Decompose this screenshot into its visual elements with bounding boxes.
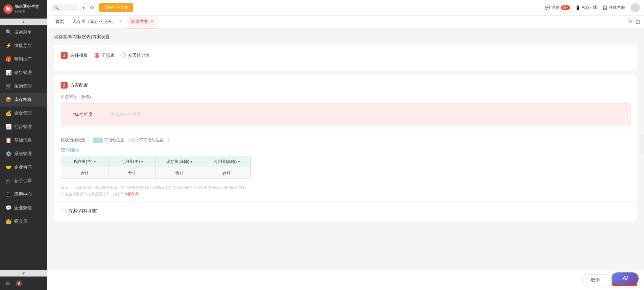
finance-icon: 💰 [5,110,11,116]
dimension-arrow: —— [97,112,106,117]
ai-button[interactable]: Ai [612,272,639,285]
dimension-area[interactable]: *纵向维度 —— 请选择分组维度 [61,103,630,126]
audio-footer-icon[interactable]: 🔇 [16,280,22,287]
window-controls: ✕ ⊡ [628,19,640,25]
sidebar-item-nav[interactable]: ⚡ 快捷导航 [0,39,47,52]
sidebar-item-finance[interactable]: 💰 资金管理 [0,106,47,120]
step1-title: 选择模板 [70,52,88,58]
stats-header-col-0[interactable]: 现存量(主) ▾ [61,156,108,167]
sidebar-item-search[interactable]: 🔍 搜索菜单 [0,25,47,39]
save-row: 方案保存(可选) [61,208,630,214]
radio-summary-circle [95,53,99,58]
marketing-icon: 🎁 [5,56,11,62]
radio-cross[interactable]: 交叉统计表 [121,52,150,58]
radio-summary[interactable]: 汇总表 [95,52,115,58]
sidebar-scroll-up[interactable]: ▲ [0,19,47,25]
sidebar-item-label: 企业协同 [14,164,32,170]
stats-data-col-1: 合计 [108,167,156,178]
sidebar-item-purchase[interactable]: 🛒 采购管理 [0,79,47,93]
mobile-icon: 📱 [575,5,580,10]
sidebar-item-label: 营销推广 [14,56,32,62]
ai-button-label: Ai [622,275,628,282]
tab-inventory-label: 现存量（库存状况表） [72,19,116,25]
customer-service-button[interactable]: 🎧 在线客服 [602,5,625,10]
section-divider-1 [61,131,630,132]
sidebar-item-business[interactable]: 📈 经营管理 [0,120,47,134]
sidebar-item-label: 应用中心 [14,191,32,197]
expand-window-icon[interactable]: ⊡ [636,19,640,25]
non-draggable-box [128,138,138,143]
sidebar-item-apps[interactable]: 📱 应用中心 [0,188,47,201]
user-avatar[interactable] [630,3,640,13]
business-icon: 📈 [5,124,11,130]
step2-badge: 2 [61,82,68,89]
stats-data-row: 合计 合计 合计 合计 [61,167,250,178]
wechat-icon: 💬 [5,205,11,211]
message-label: 消息 [551,5,560,10]
trial-button[interactable]: 体验行业方案 [99,3,133,12]
stats-agg-3: 合计 [223,170,231,176]
sidebar-item-info[interactable]: 📋 基础信息 [0,134,47,147]
topbar-dropdown[interactable]: ▾ [81,5,84,10]
sidebar-item-label: 资金管理 [14,110,32,116]
sidebar-nav: 🔍 搜索菜单 ⚡ 快捷导航 🎁 营销推广 📊 销售管理 🛒 采购管理 📦 库存核… [0,25,47,270]
sidebar: 畅 畅康通好生意 标准版 ▲ 🔍 搜索菜单 ⚡ 快捷导航 🎁 营销推广 📊 销售… [0,0,47,290]
app-download-button[interactable]: 📱 App下载 [575,5,597,10]
stats-table: 现存量(主) ▾ 可用量(主) ▾ 现存量(基辅) ▾ 可用量(基辅) ▾ [61,156,251,179]
sidebar-item-sales[interactable]: 📊 销售管理 [0,66,47,79]
app-download-label: App下载 [582,5,597,10]
stats-col-label-0: 现存量(主) [74,159,93,165]
tab-new-plan-close[interactable]: ✕ [150,19,153,24]
sidebar-item-marketing[interactable]: 🎁 营销推广 [0,52,47,66]
sidebar-item-member[interactable]: 👑 畅会员 [0,215,47,228]
indicator-row: 模板指标设定（ 可拖动位置 不可拖动位置 ） [61,137,630,143]
sidebar-item-inventory[interactable]: 📦 库存核算 [0,93,47,106]
save-checkbox[interactable] [61,209,66,213]
dimension-placeholder: 请选择分组维度 [110,112,141,118]
gear-button[interactable]: ⚙ [87,3,97,13]
tab-inventory[interactable]: 现存量（库存状况表） ✕ [68,16,127,28]
inventory-icon: 📦 [5,97,11,103]
stats-data-col-0: 合计 [61,167,108,178]
tab-new-plan-label: 新建方案 [131,19,148,25]
sidebar-scroll-down[interactable]: ▼ [0,270,47,276]
chevron-icon-3: ▾ [238,160,240,164]
sidebar-item-collab[interactable]: 🤝 企业协同 [0,161,47,174]
sidebar-item-label: 新手引导 [14,178,32,184]
stats-header-col-2[interactable]: 现存量(基辅) ▾ [156,156,203,167]
message-icon: 💬 [545,5,550,10]
tabs-bar: 首页 现存量（库存状况表） ✕ 新建方案 ✕ ✕ ⊡ [47,16,644,28]
sidebar-item-label: 经营管理 [14,124,32,130]
tab-new-plan[interactable]: 新建方案 ✕ [127,16,157,28]
sidebar-item-system[interactable]: ⚙️ 系统管理 [0,147,47,161]
hint-1: 提示： 1.拖动标题栏可以调整布局，不可跨维度或指标区域拖动栏目字段(只能在同一… [61,185,630,190]
sidebar-item-wechat[interactable]: 💬 企业微信 [0,201,47,215]
sidebar-item-label: 快捷导航 [14,43,32,49]
headset-icon: 🎧 [602,5,608,10]
app-logo-icon: 畅 [3,4,13,14]
step2-header: 2 方案配置 [61,82,630,89]
non-draggable-indicator: 不可拖动位置 [128,137,164,143]
tab-inventory-close[interactable]: ✕ [118,19,123,24]
stats-agg-2: 合计 [175,170,183,176]
hint-2: 2. 点击标题栏下拉可设置排序、插入列和删除列 [61,192,630,197]
stats-header-col-3[interactable]: 可用量(基辅) ▾ [203,156,250,167]
cancel-button[interactable]: 取消 [583,274,608,286]
right-edge-handle[interactable]: ‹ [640,135,644,155]
apps-icon: 📱 [5,191,11,197]
draggable-indicator: 可拖动位置 [93,137,124,143]
radio-summary-label: 汇总表 [101,52,115,58]
vertical-dimension-label: *纵向维度 [73,112,93,118]
close-window-icon[interactable]: ✕ [628,19,633,25]
sidebar-item-guide[interactable]: 🎓 新手引导 [0,174,47,188]
message-badge: 99+ [561,5,570,10]
indicator-label: 模板指标设定（ [61,137,89,143]
search-box[interactable]: 🔍 [51,4,78,11]
step1-badge: 1 [61,52,68,59]
chevron-icon-2: ▾ [191,160,192,164]
template-radio-group: 汇总表 交叉统计表 [95,52,150,58]
tab-home[interactable]: 首页 [51,16,68,28]
message-button[interactable]: 💬 消息 99+ [545,5,570,10]
settings-footer-icon[interactable]: ⚙ [5,280,10,287]
stats-header-col-1[interactable]: 可用量(主) ▾ [108,156,156,167]
